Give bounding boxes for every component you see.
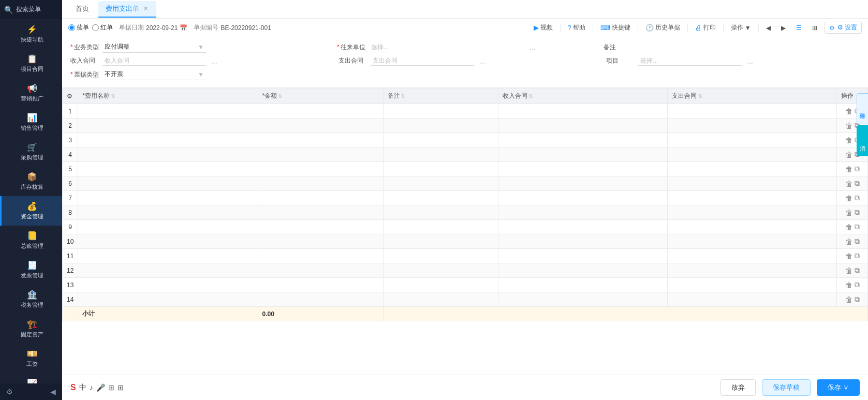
row-delete-icon-10[interactable]: 🗑 <box>845 238 852 246</box>
row-remark-2[interactable] <box>384 118 498 133</box>
input-icon-grid1[interactable]: ⊞ <box>108 383 114 392</box>
row-expense-contract-12[interactable] <box>668 263 837 278</box>
calendar-icon[interactable]: 📅 <box>180 24 187 32</box>
partner-input[interactable] <box>369 42 524 52</box>
row-expense-contract-14[interactable] <box>668 292 837 307</box>
row-income-contract-11[interactable] <box>498 249 668 263</box>
save-button[interactable]: 保存 ∨ <box>817 379 860 396</box>
row-delete-icon-12[interactable]: 🗑 <box>845 266 852 275</box>
row-amount-1[interactable] <box>258 104 384 118</box>
settings-btn[interactable]: ⚙ ⚙ 设置 <box>825 22 862 34</box>
row-copy-icon-7[interactable]: ⧉ <box>855 194 860 202</box>
row-remark-9[interactable] <box>384 220 498 234</box>
row-expense-name-7[interactable] <box>78 191 258 205</box>
row-amount-2[interactable] <box>258 118 384 133</box>
history-btn[interactable]: 🕐 历史单据 <box>642 22 683 33</box>
row-copy-icon-6[interactable]: ⧉ <box>855 179 860 188</box>
row-expense-contract-11[interactable] <box>668 249 837 263</box>
row-expense-name-3[interactable] <box>78 133 258 147</box>
row-remark-1[interactable] <box>384 104 498 118</box>
row-copy-icon-12[interactable]: ⧉ <box>855 266 860 275</box>
business-type-select[interactable]: 应付调整 ▼ <box>102 41 206 53</box>
sidebar-item-sales-mgmt[interactable]: 📊 销售管理 <box>0 108 62 137</box>
row-copy-icon-11[interactable]: ⧉ <box>855 251 860 260</box>
row-expense-name-12[interactable] <box>78 263 258 278</box>
row-expense-name-2[interactable] <box>78 118 258 133</box>
row-income-contract-14[interactable] <box>498 292 668 307</box>
nav-prev-btn[interactable]: ◀ <box>763 23 774 33</box>
row-income-contract-6[interactable] <box>498 176 668 191</box>
row-amount-6[interactable] <box>258 176 384 191</box>
settings-icon[interactable]: ⚙ <box>6 388 13 396</box>
row-expense-name-4[interactable] <box>78 147 258 162</box>
sidebar-search[interactable]: 🔍 搜索菜单 <box>0 0 62 19</box>
input-icon-mic[interactable]: 🎤 <box>96 383 105 392</box>
row-delete-icon-13[interactable]: 🗑 <box>845 281 852 289</box>
sidebar-item-payroll[interactable]: 💴 工资 <box>0 344 62 373</box>
tab-expense-bill-close[interactable]: ✕ <box>142 5 149 12</box>
help-btn[interactable]: ? 帮助 <box>565 22 589 33</box>
print-btn[interactable]: 🖨 打印 <box>692 22 719 33</box>
row-delete-icon-1[interactable]: 🗑 <box>845 107 852 115</box>
income-contract-input[interactable] <box>102 56 206 66</box>
row-expense-name-14[interactable] <box>78 292 258 307</box>
row-copy-icon-5[interactable]: ⧉ <box>855 165 860 173</box>
row-income-contract-3[interactable] <box>498 133 668 147</box>
row-expense-name-11[interactable] <box>78 249 258 263</box>
row-remark-14[interactable] <box>384 292 498 307</box>
blue-radio[interactable] <box>68 24 75 31</box>
row-copy-icon-9[interactable]: ⧉ <box>855 223 860 231</box>
income-contract-dots[interactable]: ... <box>209 57 219 65</box>
row-expense-name-5[interactable] <box>78 162 258 176</box>
row-copy-icon-8[interactable]: ⧉ <box>855 208 860 217</box>
sidebar-item-marketing[interactable]: 📢 营销推广 <box>0 78 62 108</box>
row-remark-11[interactable] <box>384 249 498 263</box>
input-icon-grid2[interactable]: ⊞ <box>117 383 124 392</box>
sort-amount[interactable]: ⇅ <box>278 93 282 99</box>
row-remark-4[interactable] <box>384 147 498 162</box>
sidebar-item-quick-nav[interactable]: ⚡ 快捷导航 <box>0 19 62 49</box>
row-amount-9[interactable] <box>258 220 384 234</box>
row-income-contract-2[interactable] <box>498 118 668 133</box>
tab-home[interactable]: 首页 <box>68 1 96 18</box>
row-expense-contract-4[interactable] <box>668 147 837 162</box>
video-btn[interactable]: ▶ 视频 <box>531 22 556 33</box>
row-expense-name-13[interactable] <box>78 278 258 292</box>
shortcut-btn[interactable]: ⌨ 快捷键 <box>597 22 634 33</box>
expense-contract-input[interactable] <box>371 56 474 66</box>
view-grid-btn[interactable]: ⊞ <box>809 23 820 33</box>
partner-dots[interactable]: ... <box>527 43 538 51</box>
row-delete-icon-3[interactable]: 🗑 <box>845 136 852 144</box>
row-copy-icon-13[interactable]: ⧉ <box>855 280 860 289</box>
row-expense-contract-6[interactable] <box>668 176 837 191</box>
row-amount-8[interactable] <box>258 205 384 220</box>
row-copy-icon-10[interactable]: ⧉ <box>855 237 860 246</box>
row-delete-icon-8[interactable]: 🗑 <box>845 209 852 217</box>
row-copy-icon-14[interactable]: ⧉ <box>855 295 860 304</box>
row-expense-contract-9[interactable] <box>668 220 837 234</box>
row-delete-icon-6[interactable]: 🗑 <box>845 180 852 188</box>
row-amount-3[interactable] <box>258 133 384 147</box>
row-remark-10[interactable] <box>384 234 498 249</box>
sidebar-item-fund-mgmt[interactable]: 💰 资金管理 <box>0 196 62 226</box>
row-income-contract-10[interactable] <box>498 234 668 249</box>
expense-contract-dots[interactable]: ... <box>477 57 488 65</box>
ops-btn[interactable]: 操作 ▼ <box>728 22 754 33</box>
row-income-contract-9[interactable] <box>498 220 668 234</box>
sidebar-item-ledger[interactable]: 📒 总账管理 <box>0 226 62 255</box>
date-value[interactable]: 2022-09-21 <box>146 24 178 32</box>
row-expense-name-1[interactable] <box>78 104 258 118</box>
sort-expense-contract[interactable]: ⇅ <box>698 93 702 99</box>
row-expense-name-8[interactable] <box>78 205 258 220</box>
view-list-btn[interactable]: ☰ <box>793 23 805 33</box>
sidebar-item-project-contract[interactable]: 📋 项目合同 <box>0 49 62 78</box>
row-remark-8[interactable] <box>384 205 498 220</box>
message-tab[interactable]: 消 <box>857 125 868 156</box>
row-delete-icon-7[interactable]: 🗑 <box>845 194 852 202</box>
nav-next-btn[interactable]: ▶ <box>778 23 789 33</box>
row-remark-5[interactable] <box>384 162 498 176</box>
sidebar-item-fixed-assets[interactable]: 🏗️ 固定资产 <box>0 314 62 344</box>
row-income-contract-7[interactable] <box>498 191 668 205</box>
row-remark-12[interactable] <box>384 263 498 278</box>
row-income-contract-12[interactable] <box>498 263 668 278</box>
